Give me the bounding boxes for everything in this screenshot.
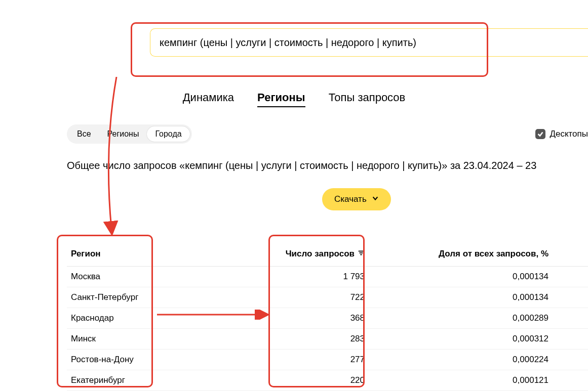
cell-region: Минск (71, 334, 273, 344)
table-row[interactable]: Санкт-Петербург7220,000134 (67, 287, 588, 308)
col-region[interactable]: Регион (71, 249, 273, 259)
cell-share: 0,000224 (365, 355, 584, 365)
desktop-checkbox[interactable]: Десктопы (535, 129, 588, 139)
checkbox-checked-icon (535, 129, 545, 139)
filter-row: Все Регионы Города Десктопы (67, 124, 588, 144)
cell-region: Ростов-на-Дону (71, 355, 273, 365)
table-header: Регион Число запросов Доля от всех запро… (67, 242, 588, 267)
cell-region: Москва (71, 272, 273, 282)
tab-regions[interactable]: Регионы (257, 91, 305, 107)
cell-requests: 283 (273, 334, 365, 344)
cell-region: Екатеринбург (71, 375, 273, 385)
tab-dynamics[interactable]: Динамика (183, 91, 234, 107)
cell-requests: 220 (273, 375, 365, 385)
cell-requests: 1 793 (273, 272, 365, 282)
cell-requests: 368 (273, 313, 365, 323)
results-table: Регион Число запросов Доля от всех запро… (67, 242, 588, 391)
segment-cities[interactable]: Города (147, 126, 189, 142)
col-requests[interactable]: Число запросов (273, 249, 365, 259)
segment-regions[interactable]: Регионы (99, 126, 147, 142)
col-share[interactable]: Доля от всех запросов, % (365, 249, 584, 259)
tab-top-queries[interactable]: Топы запросов (329, 91, 406, 107)
cell-share: 0,000312 (365, 334, 584, 344)
table-row[interactable]: Екатеринбург2200,000121 (67, 370, 588, 391)
chevron-down-icon (372, 194, 379, 204)
cell-share: 0,000121 (365, 375, 584, 385)
cell-share: 0,000134 (365, 272, 584, 282)
cell-requests: 277 (273, 355, 365, 365)
view-tabs: Динамика Регионы Топы запросов (0, 91, 588, 107)
table-row[interactable]: Москва1 7930,000134 (67, 267, 588, 287)
cell-share: 0,000289 (365, 313, 584, 323)
region-segment: Все Регионы Города (67, 124, 192, 144)
table-row[interactable]: Ростов-на-Дону2770,000224 (67, 350, 588, 370)
download-button[interactable]: Скачать (322, 188, 391, 210)
summary-text: Общее число запросов «кемпинг (цены | ус… (67, 160, 588, 171)
download-label: Скачать (334, 194, 367, 204)
cell-region: Краснодар (71, 313, 273, 323)
cell-requests: 722 (273, 292, 365, 302)
desktop-checkbox-label: Десктопы (550, 129, 588, 139)
segment-all[interactable]: Все (69, 126, 99, 142)
table-row[interactable]: Минск2830,000312 (67, 329, 588, 350)
table-row[interactable]: Краснодар3680,000289 (67, 308, 588, 329)
search-input[interactable] (150, 28, 588, 57)
cell-region: Санкт-Петербург (71, 292, 273, 302)
sort-desc-icon (358, 249, 365, 259)
cell-share: 0,000134 (365, 292, 584, 302)
